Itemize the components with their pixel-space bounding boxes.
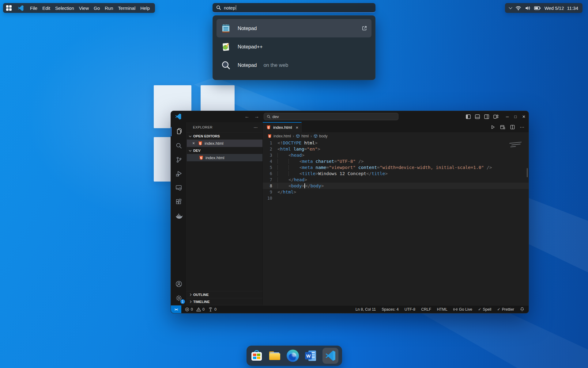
activity-remote-explorer[interactable] xyxy=(171,181,187,195)
toggle-secondary-sidebar-icon[interactable] xyxy=(484,114,489,119)
account-icon xyxy=(175,280,183,288)
start-button[interactable] xyxy=(6,5,12,11)
maximize-button[interactable]: □ xyxy=(514,114,517,119)
command-center-value: dev xyxy=(273,114,279,119)
result-notepad[interactable]: Notepad xyxy=(217,19,371,37)
shell-search-input[interactable]: notep xyxy=(213,3,375,13)
volume-icon[interactable] xyxy=(525,6,530,10)
nav-back-icon[interactable]: ← xyxy=(245,114,250,119)
spell-checker[interactable]: ✓ Spell xyxy=(478,307,491,312)
breadcrumb-file[interactable]: index.html xyxy=(273,134,291,138)
activity-docker[interactable] xyxy=(171,209,187,223)
dock-edge[interactable] xyxy=(286,349,299,362)
code-line: 1<!DOCTYPE html> xyxy=(263,140,529,146)
code-line: 6 <title>Windows 12 Concept</title> xyxy=(263,171,529,177)
error-icon xyxy=(185,307,189,312)
go-live[interactable]: Go Live xyxy=(453,307,472,312)
nav-forward-icon[interactable]: → xyxy=(254,114,259,119)
activity-extensions[interactable] xyxy=(171,195,187,209)
chevron-right-icon: › xyxy=(311,134,312,138)
minimize-button[interactable]: ─ xyxy=(506,114,509,119)
menu-view[interactable]: View xyxy=(79,5,89,11)
menu-file[interactable]: File xyxy=(30,5,38,11)
dock-word[interactable]: W xyxy=(304,349,317,362)
open-external-icon[interactable] xyxy=(362,25,367,31)
editor-more-actions-icon[interactable]: ⋯ xyxy=(520,125,524,130)
run-file-icon[interactable] xyxy=(491,125,495,129)
code-line: 10 xyxy=(263,195,529,201)
toggle-primary-sidebar-icon[interactable] xyxy=(466,114,471,119)
activity-run-debug[interactable] xyxy=(171,167,187,181)
language-mode[interactable]: HTML xyxy=(437,307,447,312)
open-editors-section[interactable]: OPEN EDITORS xyxy=(187,132,262,140)
activity-search[interactable] xyxy=(171,139,187,153)
vscode-titlebar[interactable]: ← → dev xyxy=(171,111,529,122)
code-editor[interactable]: 1<!DOCTYPE html>2<html lang="en">3 <head… xyxy=(263,140,529,305)
prettier[interactable]: ✓ Prettier xyxy=(497,307,514,312)
code-line: 8 <body></body> xyxy=(263,183,529,189)
result-label: Notepad xyxy=(238,25,257,31)
remote-indicator[interactable]: >< xyxy=(171,305,181,313)
explorer-sidebar: EXPLORER ⋯ OPEN EDITORS × index.html DEV xyxy=(187,122,263,305)
system-tray[interactable]: Wed 5/12 11:34 xyxy=(505,3,582,13)
code-line: 5 <meta name="viewport" content="width=d… xyxy=(263,164,529,171)
search-icon xyxy=(216,5,221,10)
folder-section-dev[interactable]: DEV xyxy=(187,147,262,154)
docker-icon xyxy=(175,213,183,220)
check-icon: ✓ xyxy=(478,307,481,312)
source-control-icon xyxy=(175,156,183,163)
activity-explorer[interactable] xyxy=(171,125,187,139)
dock-file-explorer[interactable] xyxy=(268,349,281,362)
command-center-search[interactable]: dev xyxy=(264,113,398,120)
close-tab-icon[interactable]: × xyxy=(296,125,299,130)
wifi-icon[interactable] xyxy=(515,6,521,10)
menu-terminal[interactable]: Terminal xyxy=(118,5,136,11)
dock-vscode-active[interactable] xyxy=(322,348,338,364)
open-editor-index-html[interactable]: × index.html xyxy=(187,140,262,147)
cursor-position[interactable]: Ln 8, Col 11 xyxy=(356,307,376,312)
vscode-logo-icon xyxy=(175,113,181,120)
customize-layout-icon[interactable] xyxy=(493,114,499,119)
toggle-panel-icon[interactable] xyxy=(475,114,480,119)
editor-scrollbar[interactable] xyxy=(527,168,528,177)
notifications-bell-icon[interactable] xyxy=(520,307,524,312)
ports-status[interactable]: 0 xyxy=(208,307,217,312)
eol-sequence[interactable]: CRLF xyxy=(421,307,431,312)
explorer-more-actions-icon[interactable]: ⋯ xyxy=(254,125,258,130)
breadcrumb-html[interactable]: html xyxy=(296,134,309,138)
battery-icon[interactable] xyxy=(534,6,541,10)
encoding[interactable]: UTF-8 xyxy=(405,307,415,312)
result-notepad-web[interactable]: Notepad on the web xyxy=(217,56,371,74)
menu-go[interactable]: Go xyxy=(93,5,100,11)
vscode-icon[interactable] xyxy=(18,5,24,11)
html5-icon xyxy=(268,134,272,138)
indentation[interactable]: Spaces: 4 xyxy=(382,307,399,312)
close-button[interactable]: ✕ xyxy=(522,114,526,119)
menu-edit[interactable]: Edit xyxy=(42,5,51,11)
breadcrumb-body[interactable]: body xyxy=(314,134,327,138)
file-index-html[interactable]: index.html xyxy=(187,154,262,161)
menu-help[interactable]: Help xyxy=(140,5,150,11)
timeline-section[interactable]: TIMELINE xyxy=(187,298,262,305)
menu-run[interactable]: Run xyxy=(104,5,114,11)
open-preview-icon[interactable] xyxy=(500,125,505,129)
outline-section[interactable]: OUTLINE xyxy=(187,291,262,298)
tab-index-html[interactable]: index.html × xyxy=(263,122,302,132)
settings-button[interactable]: 1 xyxy=(171,291,187,305)
clock[interactable]: Wed 5/12 11:34 xyxy=(545,6,578,11)
files-icon xyxy=(175,128,183,135)
editor-group: index.html × xyxy=(263,122,529,305)
code-lines: 1<!DOCTYPE html>2<html lang="en">3 <head… xyxy=(263,140,529,201)
account-button[interactable] xyxy=(171,277,187,291)
activity-source-control[interactable] xyxy=(171,153,187,167)
split-editor-icon[interactable] xyxy=(510,125,515,129)
problems-status[interactable]: 0 0 xyxy=(185,307,205,312)
menu-selection[interactable]: Selection xyxy=(55,5,74,11)
code-line: 9</html> xyxy=(263,189,529,195)
result-notepad-plus-plus[interactable]: Notepad++ xyxy=(217,37,371,56)
dock-microsoft-store[interactable] xyxy=(250,349,263,362)
chevron-down-icon[interactable] xyxy=(509,6,512,9)
close-editor-icon[interactable]: × xyxy=(192,141,196,146)
html5-icon xyxy=(198,141,202,146)
result-label: Notepad xyxy=(238,62,257,68)
